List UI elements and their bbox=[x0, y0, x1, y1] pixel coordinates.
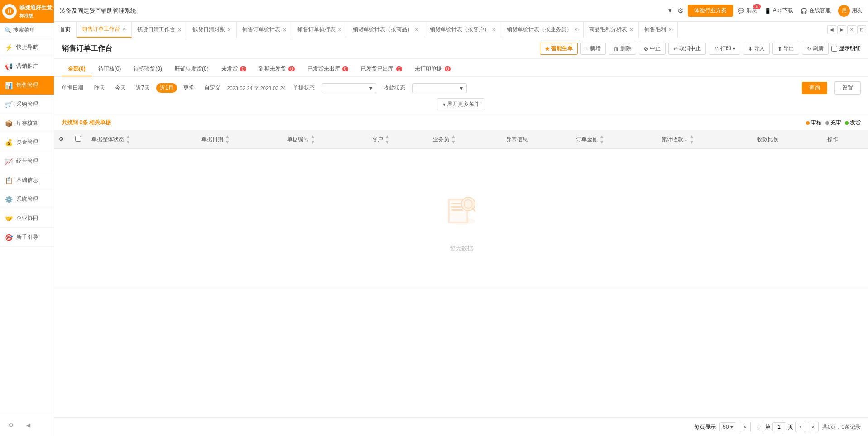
smart-create-button[interactable]: ★ 智能生单 bbox=[540, 43, 578, 55]
sort-staff[interactable]: 业务员▲▼ bbox=[433, 134, 497, 145]
tab-sales-workbench[interactable]: 销售订单工作台 ✕ bbox=[77, 22, 132, 38]
sub-tab-all[interactable]: 全部(0) bbox=[62, 62, 92, 76]
refresh-button[interactable]: ↻ 刷新 bbox=[802, 43, 829, 55]
sort-date[interactable]: 单据日期▲▼ bbox=[201, 134, 278, 145]
status-filter-select[interactable]: ▾ bbox=[322, 83, 376, 93]
tab-expand[interactable]: ⊡ bbox=[857, 25, 866, 34]
sub-tab-not-shipped[interactable]: 未发货 0 bbox=[215, 62, 253, 76]
set-button[interactable]: 设置 bbox=[834, 81, 861, 95]
page-size-select[interactable]: 50 ▾ bbox=[719, 422, 736, 431]
show-detail-checkbox[interactable] bbox=[831, 46, 837, 52]
date-btn-1month[interactable]: 近1月 bbox=[156, 83, 177, 93]
date-btn-yesterday[interactable]: 昨天 bbox=[91, 83, 109, 93]
page-prev-btn[interactable]: ‹ bbox=[753, 422, 763, 432]
sub-tab-wangpu[interactable]: 旺铺待发货(0) bbox=[168, 62, 215, 76]
sidebar-item-operations[interactable]: 📈 经营管理 bbox=[0, 152, 54, 171]
tab-sales-gross[interactable]: 销售毛利 ✕ bbox=[639, 22, 678, 38]
stop-button[interactable]: ⊘ 中止 bbox=[639, 43, 666, 55]
sort-customer[interactable]: 客户▲▼ bbox=[372, 134, 424, 145]
sidebar-item-guide[interactable]: 🎯 新手引导 bbox=[0, 228, 54, 247]
system-dropdown[interactable]: ▼ bbox=[667, 8, 673, 14]
expand-filter-button[interactable]: ▾ 展开更多条件 bbox=[437, 98, 485, 110]
tab-scroll-left[interactable]: ◀ bbox=[827, 25, 836, 34]
app-download-item[interactable]: 📱 App下载 bbox=[764, 7, 793, 14]
sub-tab-overdue-not-shipped[interactable]: 到期未发货 0 bbox=[253, 62, 301, 76]
sidebar-item-purchase[interactable]: 🛒 采购管理 bbox=[0, 95, 54, 114]
import-button[interactable]: ⬇ 导入 bbox=[743, 43, 770, 55]
sidebar-item-sales[interactable]: 📊 销售管理 bbox=[0, 76, 54, 95]
sub-tab-shipped-in[interactable]: 已发货已出库 0 bbox=[355, 62, 408, 76]
date-btn-custom[interactable]: 自定义 bbox=[201, 83, 224, 93]
sort-status[interactable]: 单据整体状态▲▼ bbox=[91, 134, 192, 145]
select-all-checkbox[interactable] bbox=[75, 136, 81, 142]
sidebar-item-base-info[interactable]: 📋 基础信息 bbox=[0, 171, 54, 190]
payment-filter-select[interactable]: ▾ bbox=[412, 83, 467, 93]
tab-sales-stat-product[interactable]: 销货单统计表（按商品） ✕ bbox=[347, 22, 424, 38]
tab-margin-analysis[interactable]: 商品毛利分析表 ✕ bbox=[584, 22, 639, 38]
delete-button[interactable]: 🗑 删除 bbox=[609, 43, 636, 55]
sidebar-item-quick-nav[interactable]: ⚡ 快捷导航 bbox=[0, 38, 54, 57]
export-button[interactable]: ⬆ 导出 bbox=[772, 43, 799, 55]
date-btn-more[interactable]: 更多 bbox=[180, 83, 198, 93]
col-gear[interactable]: ⚙ bbox=[54, 130, 69, 149]
col-status: 单据整体状态▲▼ bbox=[87, 130, 197, 149]
tab-sales-exec-close[interactable]: ✕ bbox=[338, 27, 341, 32]
col-checkbox[interactable] bbox=[69, 130, 87, 149]
cancel-stop-button[interactable]: ↩ 取消中止 bbox=[668, 43, 706, 55]
page-input[interactable] bbox=[772, 422, 786, 431]
tab-sales-workbench-close[interactable]: ✕ bbox=[122, 27, 126, 32]
stop-icon: ⊘ bbox=[644, 46, 648, 52]
sub-tab-shipped-not-in[interactable]: 已发货未出库 0 bbox=[301, 62, 355, 76]
tab-sales-gross-close[interactable]: ✕ bbox=[668, 27, 672, 32]
sort-collected[interactable]: 累计收款...▲▼ bbox=[662, 134, 748, 145]
page-first-btn[interactable]: « bbox=[740, 422, 751, 432]
show-detail-checkbox-label[interactable]: 显示明细 bbox=[831, 45, 861, 52]
settings-icon[interactable]: ⚙ bbox=[5, 419, 17, 431]
collapse-icon[interactable]: ◀ bbox=[22, 419, 34, 431]
add-button[interactable]: + 新增 bbox=[580, 43, 606, 55]
tab-sales-stat[interactable]: 销售订单统计表 ✕ bbox=[237, 22, 292, 38]
date-btn-today[interactable]: 今天 bbox=[111, 83, 129, 93]
query-button[interactable]: 查询 bbox=[802, 82, 827, 94]
date-btn-7days[interactable]: 近7天 bbox=[132, 83, 153, 93]
review-action[interactable]: 审核 bbox=[806, 119, 822, 127]
tab-sales-stat-close[interactable]: ✕ bbox=[283, 27, 286, 32]
sidebar-item-finance[interactable]: 💰 资金管理 bbox=[0, 133, 54, 152]
tab-daily-cash-close[interactable]: ✕ bbox=[177, 27, 181, 32]
tab-close-all[interactable]: ✕ bbox=[847, 25, 856, 34]
sidebar-item-search[interactable]: 🔍 搜索菜单 bbox=[0, 23, 54, 38]
print-button[interactable]: 🖨 打印 ▾ bbox=[709, 43, 740, 55]
tab-cash-reconciliation-close[interactable]: ✕ bbox=[227, 27, 231, 32]
user-item[interactable]: 用 用友 bbox=[838, 5, 863, 17]
ship-action[interactable]: 发货 bbox=[845, 119, 861, 127]
tab-cash-reconciliation[interactable]: 钱货日清对账 ✕ bbox=[187, 22, 237, 38]
tab-scroll-right[interactable]: ▶ bbox=[837, 25, 846, 34]
tab-home[interactable]: 首页 bbox=[54, 22, 77, 38]
tab-sales-stat-customer-close[interactable]: ✕ bbox=[492, 27, 495, 32]
solution-button[interactable]: 体验行业方案 bbox=[688, 5, 733, 17]
settings-gear[interactable]: ⚙ bbox=[677, 7, 683, 15]
tab-daily-cash[interactable]: 钱货日清工作台 ✕ bbox=[132, 22, 187, 38]
avatar: 用 bbox=[838, 5, 850, 17]
tab-margin-analysis-close[interactable]: ✕ bbox=[629, 27, 633, 32]
message-item[interactable]: 💬 消息 6 bbox=[738, 7, 757, 14]
sort-amount[interactable]: 订单金额▲▼ bbox=[576, 134, 652, 145]
unreviewed-action[interactable]: 充审 bbox=[825, 119, 841, 127]
tab-sales-stat-staff[interactable]: 销货单统计表（按业务员） ✕ bbox=[501, 22, 584, 38]
sort-number[interactable]: 单据编号▲▼ bbox=[287, 134, 364, 145]
tab-sales-stat-customer[interactable]: 销货单统计表（按客户） ✕ bbox=[424, 22, 501, 38]
sidebar-item-enterprise[interactable]: 🤝 企业协同 bbox=[0, 209, 54, 228]
sub-tab-not-printed[interactable]: 未打印单据 0 bbox=[408, 62, 457, 76]
page-last-btn[interactable]: » bbox=[808, 422, 819, 432]
sidebar-item-marketing[interactable]: 📢 营销推广 bbox=[0, 57, 54, 76]
online-service-item[interactable]: 🎧 在线客服 bbox=[801, 7, 831, 14]
tab-sales-stat-product-close[interactable]: ✕ bbox=[415, 27, 418, 32]
sidebar-item-inventory[interactable]: 📦 库存核算 bbox=[0, 114, 54, 133]
quick-nav-label: 快捷导航 bbox=[16, 43, 38, 51]
page-next-btn[interactable]: › bbox=[795, 422, 806, 432]
sub-tab-pending-inspect[interactable]: 待拣验货(0) bbox=[127, 62, 168, 76]
tab-sales-exec[interactable]: 销售订单执行表 ✕ bbox=[292, 22, 347, 38]
sidebar-item-system[interactable]: ⚙️ 系统管理 bbox=[0, 190, 54, 209]
tab-sales-stat-staff-close[interactable]: ✕ bbox=[574, 27, 578, 32]
sub-tab-pending-review[interactable]: 待审核(0) bbox=[92, 62, 128, 76]
